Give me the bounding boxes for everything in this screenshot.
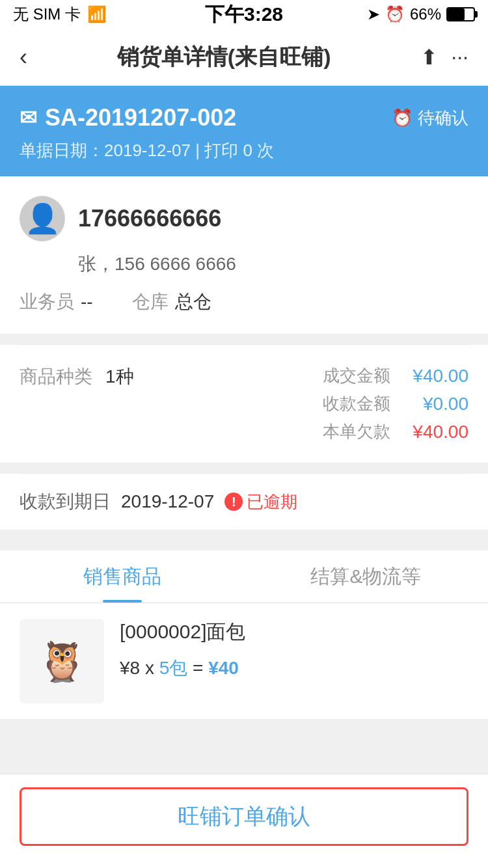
order-header: ✉ SA-20191207-002 ⏰ 待确认 单据日期：2019-12-07 … (0, 86, 488, 176)
wifi-icon: 📶 (87, 5, 107, 23)
salesperson-value: -- (81, 292, 93, 312)
battery-percent: 66% (410, 5, 441, 23)
avatar-icon: 👤 (25, 202, 61, 236)
tab-settlement[interactable]: 结算&物流等 (244, 550, 488, 603)
salesperson-label: 业务员 (20, 290, 74, 314)
amount-value-0: ¥40.00 (403, 366, 468, 387)
product-qty: 5包 (159, 658, 188, 678)
product-item-0: 🦉 [0000002]面包 ¥8 x 5包 = ¥40 (20, 619, 468, 703)
status-right: ➤ ⏰ 66% (367, 5, 475, 23)
bottom-bar: 旺铺订单确认 (0, 774, 488, 868)
salesperson-info: 业务员 -- (20, 290, 93, 314)
status-left: 无 SIM 卡 📶 (13, 4, 107, 25)
order-date: 单据日期：2019-12-07 | 打印 0 次 (20, 139, 468, 162)
product-name: [0000002]面包 (120, 619, 468, 645)
tab-products[interactable]: 销售商品 (0, 550, 244, 603)
product-list: 🦉 [0000002]面包 ¥8 x 5包 = ¥40 (0, 603, 488, 719)
status-bar: 无 SIM 卡 📶 下午3:28 ➤ ⏰ 66% (0, 0, 488, 29)
warehouse-label: 仓库 (132, 290, 169, 314)
section-divider (0, 540, 488, 550)
carrier-text: 无 SIM 卡 (13, 4, 81, 25)
nav-bar: ‹ 销货单详情(来自旺铺) ⬆ ··· (0, 29, 488, 86)
overdue-badge: ! 已逾期 (224, 491, 297, 513)
customer-phone: 17666666666 (78, 205, 221, 232)
amount-label-2: 本单欠款 (323, 420, 390, 443)
product-price: ¥8 x (120, 658, 159, 678)
amount-label-0: 成交金额 (323, 364, 390, 387)
customer-name: 张，156 6666 6666 (20, 252, 468, 277)
nav-actions: ⬆ ··· (420, 45, 468, 70)
status-clock-icon: ⏰ (392, 108, 413, 128)
due-date-card: 收款到期日 2019-12-07 ! 已逾期 (0, 474, 488, 530)
tab-active-indicator (103, 600, 142, 603)
customer-card: 👤 17666666666 张，156 6666 6666 业务员 -- 仓库 … (0, 176, 488, 334)
location-icon: ➤ (367, 5, 380, 23)
tabs: 销售商品 结算&物流等 (0, 550, 488, 603)
order-status: ⏰ 待确认 (392, 107, 468, 129)
amount-value-1: ¥0.00 (403, 394, 468, 414)
share-button[interactable]: ⬆ (420, 45, 438, 70)
product-info: [0000002]面包 ¥8 x 5包 = ¥40 (120, 619, 468, 681)
warehouse-value: 总仓 (175, 290, 211, 314)
order-id: ✉ SA-20191207-002 (20, 104, 236, 131)
amounts-section: 成交金额 ¥40.00 收款金额 ¥0.00 本单欠款 ¥40.00 (323, 364, 468, 443)
due-date-label: 收款到期日 (20, 489, 111, 514)
product-total: ¥40 (208, 658, 239, 678)
confirm-order-button[interactable]: 旺铺订单确认 (20, 787, 468, 846)
amount-row-2: 本单欠款 ¥40.00 (323, 420, 468, 443)
product-type-value: 1种 (105, 364, 134, 389)
product-thumbnail: 🦉 (20, 619, 104, 703)
more-button[interactable]: ··· (451, 45, 468, 69)
page-title: 销货单详情(来自旺铺) (117, 42, 331, 72)
order-icon: ✉ (20, 105, 37, 130)
amount-label-1: 收款金额 (323, 392, 390, 415)
overdue-icon: ! (224, 493, 243, 511)
status-time: 下午3:28 (205, 1, 283, 28)
product-price-row: ¥8 x 5包 = ¥40 (120, 656, 468, 681)
product-type-label: 商品种类 (20, 364, 92, 389)
customer-avatar: 👤 (20, 196, 65, 241)
back-button[interactable]: ‹ (20, 44, 27, 71)
overdue-text: 已逾期 (247, 491, 297, 513)
product-equals: = (193, 658, 208, 678)
product-thumb-icon: 🦉 (38, 638, 87, 685)
amount-value-2: ¥40.00 (403, 422, 468, 442)
warehouse-info: 仓库 总仓 (132, 290, 211, 314)
amount-row-0: 成交金额 ¥40.00 (323, 364, 468, 387)
due-date-value: 2019-12-07 (121, 491, 214, 512)
summary-card: 商品种类 1种 成交金额 ¥40.00 收款金额 ¥0.00 本单欠款 ¥40.… (0, 345, 488, 463)
battery-icon (446, 7, 475, 21)
alarm-icon: ⏰ (385, 5, 405, 23)
amount-row-1: 收款金额 ¥0.00 (323, 392, 468, 415)
product-type-info: 商品种类 1种 (20, 364, 134, 389)
